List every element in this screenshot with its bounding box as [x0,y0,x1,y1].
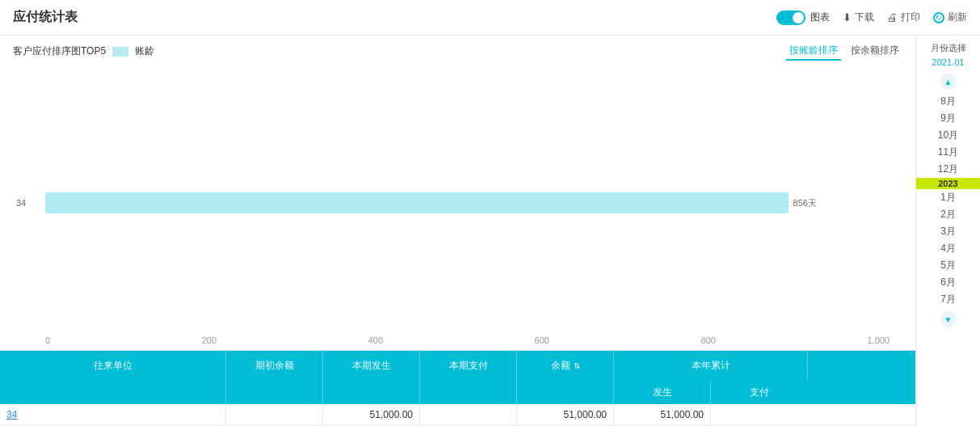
td-year-happen: 51,000.00 [614,404,711,425]
sidebar-month-7[interactable]: 7月 [916,291,980,308]
sidebar-month-11[interactable]: 11月 [916,144,980,161]
x-tick-1000: 1,000 [867,335,890,345]
x-axis: 0 200 400 600 800 1,000 [13,335,902,350]
main-content: 客户应付排序图TOP5 账龄 按账龄排序 按余额排序 34 856天 [0,36,980,426]
sub-period-balance [226,381,323,404]
print-icon: 🖨 [887,11,898,23]
sub-year-happen: 发生 [614,381,711,404]
legend-box-label: 账龄 [135,44,154,58]
td-year-pay [711,404,808,425]
sidebar-month-8[interactable]: 8月 [916,93,980,110]
sub-current-happen [323,381,420,404]
sidebar-year-2023[interactable]: 2023 [916,178,980,189]
bar-fill [45,192,789,213]
right-sidebar: 月份选择 2021.01 ▲ 8月 9月 10月 11月 12月 2023 1月… [915,36,980,426]
bar-chart: 34 856天 0 200 400 600 800 1,000 [0,64,915,350]
bar-y-label: 34 [16,198,26,208]
th-current-pay: 本期支付 [420,351,517,381]
td-company: 34 [0,404,226,425]
sort-by-balance-btn[interactable]: 按账龄排序 [786,42,841,61]
sidebar-month-9[interactable]: 9月 [916,110,980,127]
sidebar-prev-btn[interactable]: ▲ [940,74,957,90]
sidebar-current-year-month: 2021.01 [932,57,965,67]
toggle-knob [793,12,804,23]
sidebar-month-5[interactable]: 5月 [916,257,980,274]
th-year-total: 本年累计 [614,351,808,381]
chart-plot: 34 856天 [13,70,902,335]
chart-legend: 客户应付排序图TOP5 账龄 [13,44,154,58]
chart-controls: 客户应付排序图TOP5 账龄 按账龄排序 按余额排序 [0,36,915,64]
table-header: 往来单位 期初余额 本期发生 本期支付 余额 ⇅ 本年累计 [0,351,915,404]
sidebar-month-12[interactable]: 12月 [916,161,980,178]
table-section: 往来单位 期初余额 本期发生 本期支付 余额 ⇅ 本年累计 [0,350,915,426]
sidebar-month-10[interactable]: 10月 [916,127,980,144]
table-header-sub: 发生 支付 [0,381,915,404]
x-tick-800: 800 [701,335,716,345]
td-balance: 51,000.00 [517,404,614,425]
sidebar-next-btn[interactable]: ▼ [940,311,957,327]
download-icon: ⬇ [843,11,852,23]
sort-buttons: 按账龄排序 按余额排序 [786,42,902,61]
company-link[interactable]: 34 [6,409,17,420]
sidebar-month-6[interactable]: 6月 [916,274,980,291]
chart-toggle-wrap[interactable]: 图表 [776,11,830,25]
table-header-top: 往来单位 期初余额 本期发生 本期支付 余额 ⇅ 本年累计 [0,351,915,381]
refresh-label: 刷新 [948,11,967,24]
chart-toggle[interactable] [776,11,805,25]
x-tick-600: 600 [535,335,549,345]
td-current-pay [420,404,517,425]
print-button[interactable]: 🖨 打印 [887,11,920,24]
th-period-balance: 期初余额 [226,351,323,381]
page-title: 应付统计表 [13,9,78,26]
th-current-happen: 本期发生 [323,351,420,381]
sub-balance [517,381,614,404]
header: 应付统计表 图表 ⬇ 下载 🖨 打印 ↻ 刷新 [0,0,980,36]
sort-by-amount-btn[interactable]: 按余额排序 [848,42,902,61]
th-company: 往来单位 [0,351,226,381]
balance-sort-icon[interactable]: ⇅ [574,361,580,370]
sidebar-title: 月份选择 [931,42,966,54]
sidebar-month-2[interactable]: 2月 [916,206,980,223]
sidebar-month-1[interactable]: 1月 [916,189,980,206]
th-balance: 余额 ⇅ [517,351,614,381]
chart-area: 客户应付排序图TOP5 账龄 按账龄排序 按余额排序 34 856天 [0,36,915,426]
download-button[interactable]: ⬇ 下载 [843,11,874,24]
x-tick-400: 400 [368,335,383,345]
x-tick-200: 200 [202,335,217,345]
refresh-button[interactable]: ↻ 刷新 [933,11,967,24]
legend-box [112,47,128,57]
sub-current-pay [420,381,517,404]
bar-end-label: 856天 [793,197,817,209]
refresh-icon: ↻ [933,12,944,23]
app-container: 应付统计表 图表 ⬇ 下载 🖨 打印 ↻ 刷新 [0,0,980,426]
td-current-happen: 51,000.00 [323,404,420,425]
header-actions: 图表 ⬇ 下载 🖨 打印 ↻ 刷新 [776,11,967,25]
td-period-balance [226,404,323,425]
sidebar-month-3[interactable]: 3月 [916,223,980,240]
th-balance-label: 余额 [551,359,570,373]
sub-company [0,381,226,404]
chart-inner: 34 856天 0 200 400 600 800 1,000 [13,70,902,350]
bar-row: 856天 [45,192,890,213]
sub-year-pay: 支付 [711,381,808,404]
legend-title: 客户应付排序图TOP5 [13,44,106,58]
print-label: 打印 [901,11,920,24]
sidebar-month-4[interactable]: 4月 [916,240,980,257]
table-row: 34 51,000.00 51,000.00 51,000.00 [0,404,915,426]
download-label: 下载 [855,11,874,24]
x-tick-0: 0 [45,335,50,345]
toggle-label: 图表 [810,11,830,24]
